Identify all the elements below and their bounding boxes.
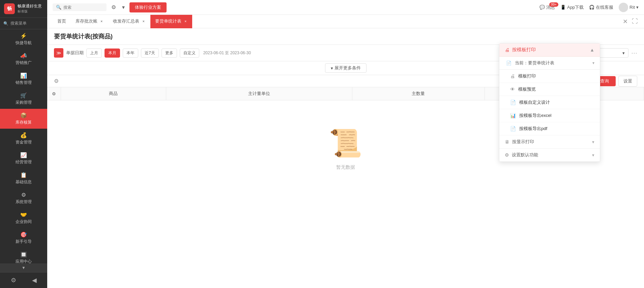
col-settings[interactable]: ⚙: [47, 87, 61, 100]
dropdown-item-template-design[interactable]: 📄 模板自定义设计: [499, 96, 600, 109]
sidebar-item-label: 应用中心: [16, 259, 32, 263]
sidebar-item-system[interactable]: ⚙ 系统管理: [0, 188, 47, 208]
sidebar-item-marketing[interactable]: 📣 营销推广: [0, 49, 47, 69]
tab-receipts-summary-close[interactable]: ×: [141, 19, 145, 24]
messages-badge: 99+: [549, 2, 558, 7]
dropdown-section-display-print[interactable]: 🖥 按显示打印 ▾: [499, 135, 600, 149]
dropdown-item-export-excel[interactable]: 📊 按模板导出excel: [499, 109, 600, 122]
sidebar-search-label: 搜索菜单: [10, 21, 27, 26]
sidebar-item-label: 快捷导航: [16, 40, 32, 46]
topbar-search-input[interactable]: [63, 5, 97, 10]
current-template-label: 当前：要货单统计表: [515, 60, 554, 66]
online-service-btn[interactable]: 🎧 在线客服: [589, 4, 613, 10]
dropdown-item-template-preview[interactable]: 👁 模板预览: [499, 83, 600, 96]
app-download-btn[interactable]: 📱 App下载: [560, 4, 584, 10]
custom-date-btn[interactable]: 自定义: [180, 49, 199, 58]
sidebar-item-label: 销售管理: [16, 80, 32, 86]
sidebar-item-quick-nav[interactable]: ⚡ 快捷导航: [0, 29, 47, 49]
sidebar-item-sales[interactable]: 📊 销售管理: [0, 69, 47, 89]
sidebar-item-apps[interactable]: 🔲 应用中心: [0, 248, 47, 263]
search-icon: 🔍: [3, 21, 8, 26]
tabs-bar-right: ✕ ⛶: [622, 17, 639, 26]
finance-icon: 💰: [20, 132, 27, 138]
tabs-close-all-btn[interactable]: ✕: [622, 17, 628, 26]
dropdown-item-export-pdf[interactable]: 📄 按模板导出pdf: [499, 122, 600, 135]
content-area: 要货单统计表(按商品) ≫ 单据日期 上月 本月 本年 近7天 更多 自定义 2…: [47, 28, 644, 288]
sidebar-collapse-btn[interactable]: ◀: [31, 275, 38, 285]
more-options-icon[interactable]: ⋯: [631, 49, 637, 57]
template-preview-label: 模板预览: [518, 86, 536, 92]
user-avatar: [619, 3, 628, 12]
sidebar-item-inventory[interactable]: 📦 库存核算: [0, 109, 47, 129]
topbar-dropdown-icon[interactable]: ▾: [121, 3, 126, 12]
sidebar-item-label: 经营管理: [16, 159, 32, 165]
this-year-btn[interactable]: 本年: [123, 49, 138, 58]
template-design-label: 模板自定义设计: [519, 99, 550, 105]
template-print-label: 模板打印: [518, 73, 536, 79]
empty-illustration: 📜: [329, 127, 362, 159]
sidebar-item-finance[interactable]: 💰 资金管理: [0, 129, 47, 149]
sidebar-settings-btn[interactable]: ⚙: [9, 275, 18, 285]
sidebar-item-purchase[interactable]: 🛒 采购管理: [0, 89, 47, 109]
settings-btn[interactable]: 设置: [618, 76, 637, 87]
sidebar-item-guide[interactable]: 🎯 新手引导: [0, 228, 47, 248]
topbar-settings-icon[interactable]: ⚙: [110, 3, 117, 12]
expand-conditions-btn[interactable]: ▾ 展开更多条件: [325, 63, 367, 73]
basic-icon: 📋: [20, 172, 27, 178]
collapse-filter-btn[interactable]: ≫: [54, 48, 63, 58]
tab-order-stats-close[interactable]: ×: [183, 19, 187, 24]
topbar: 🔍 ⚙ ▾ 体验行业方案 💬 消息 99+ 📱 App下载 🎧 在线客服 Rit: [47, 0, 644, 15]
sidebar-item-basic[interactable]: 📋 基础信息: [0, 168, 47, 188]
sidebar-logo: 畅 畅康通好生意 标准版: [0, 0, 47, 18]
dropdown-expand-btn[interactable]: ▲: [590, 47, 594, 53]
table-settings-icon[interactable]: ⚙: [54, 78, 59, 84]
dropdown-section-set-default[interactable]: ⚙ 设置默认功能 ▾: [499, 149, 600, 162]
display-print-icon: 🖥: [505, 139, 509, 145]
col-unit: 主计量单位: [166, 87, 352, 100]
template-preview-icon: 👁: [510, 87, 515, 92]
inventory-icon: 📦: [20, 112, 27, 119]
tab-order-stats[interactable]: 要货单统计表 ×: [150, 15, 192, 28]
tab-batch-accounts-close[interactable]: ×: [99, 19, 104, 24]
date-range-label: 2023-06-01 至 2023-06-30: [203, 50, 251, 56]
dropdown-title-label: 按模板打印: [512, 47, 536, 53]
quick-nav-icon: ⚡: [20, 33, 27, 39]
set-default-icon: ⚙: [505, 152, 509, 158]
expand-label: 展开更多条件: [334, 65, 361, 71]
current-template-arrow: ▾: [592, 61, 594, 65]
dropdown-printer-icon: 🖨: [505, 47, 509, 53]
app-download-label: App下载: [567, 4, 584, 10]
sidebar-item-cooperation[interactable]: 🤝 企业协同: [0, 208, 47, 228]
tab-receipts-summary[interactable]: 收发存汇总表 ×: [108, 15, 150, 28]
messages-btn[interactable]: 💬 消息 99+: [539, 4, 555, 10]
apps-icon: 🔲: [20, 251, 27, 258]
topbar-search-container[interactable]: 🔍: [53, 3, 107, 11]
sidebar-item-label: 库存核算: [16, 120, 32, 125]
industry-solution-btn[interactable]: 体验行业方案: [129, 2, 167, 12]
date-filter-label: 单据日期: [66, 50, 84, 56]
user-menu[interactable]: Rit ▾: [619, 3, 639, 12]
current-template-item[interactable]: 📄 当前：要货单统计表 ▾: [499, 57, 600, 70]
messages-icon: 💬: [539, 5, 545, 10]
tab-home[interactable]: 首页: [53, 15, 71, 28]
guide-icon: 🎯: [20, 231, 27, 238]
display-print-arrow: ▾: [592, 139, 594, 145]
export-pdf-icon: 📄: [510, 126, 516, 131]
current-template-icon: 📄: [506, 61, 511, 66]
tab-order-stats-label: 要货单统计表: [155, 18, 181, 24]
this-month-btn[interactable]: 本月: [105, 49, 120, 58]
sidebar-search[interactable]: 🔍 搜索菜单: [0, 18, 47, 29]
sidebar-item-operation[interactable]: 📈 经营管理: [0, 149, 47, 168]
set-default-label: 设置默认功能: [512, 152, 538, 158]
more-date-btn[interactable]: 更多: [162, 49, 177, 58]
sidebar-nav: ⚡ 快捷导航 📣 营销推广 📊 销售管理 🛒 采购管理 📦 库存核算 💰 资金管…: [0, 29, 47, 263]
last-month-btn[interactable]: 上月: [86, 49, 102, 58]
tab-batch-accounts-label: 库存批次账: [76, 18, 97, 24]
last-7-days-btn[interactable]: 近7天: [141, 49, 159, 58]
tabs-expand-btn[interactable]: ⛶: [631, 17, 639, 26]
tab-batch-accounts[interactable]: 库存批次账 ×: [71, 15, 108, 28]
sidebar-scroll-down[interactable]: ▼: [0, 263, 47, 272]
display-print-label: 按显示打印: [512, 139, 534, 145]
dropdown-item-template-print[interactable]: 🖨 模板打印: [499, 70, 600, 83]
tab-receipts-summary-label: 收发存汇总表: [113, 18, 139, 24]
